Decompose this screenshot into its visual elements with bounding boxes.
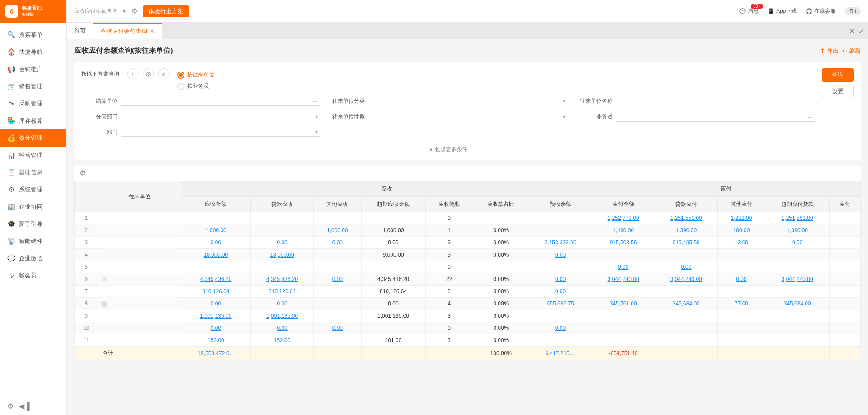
- row-ap-overdue[interactable]: 345,684.00: [765, 298, 830, 310]
- row-ar-other[interactable]: [314, 310, 361, 322]
- row-ar-loan[interactable]: [251, 224, 314, 237]
- row-ar-other[interactable]: 0.00: [314, 237, 361, 249]
- export-button[interactable]: ⬆ 导出: [820, 47, 839, 55]
- tab-arbalance[interactable]: 应收应付余额查询 ✕: [93, 23, 162, 39]
- collapse-button[interactable]: ∧ 收起更多条件: [429, 146, 467, 153]
- row-ap-other[interactable]: [717, 334, 765, 347]
- row-ar-prepay[interactable]: [529, 334, 592, 347]
- row-ar-other[interactable]: [314, 249, 361, 261]
- row-ap-amount[interactable]: 1,490.00: [592, 224, 655, 237]
- row-ap-other[interactable]: 13.00: [717, 237, 765, 249]
- filter-collapse-button[interactable]: «: [158, 68, 169, 79]
- row-ar-amount[interactable]: [181, 261, 250, 273]
- row-ap-overdue[interactable]: [765, 310, 830, 322]
- row-ap-loan[interactable]: 3,044,240.00: [655, 273, 717, 286]
- sidebar-item-inventory[interactable]: 🏪 库存核算: [0, 112, 66, 129]
- row-ar-loan[interactable]: 4,345,436.20: [251, 273, 314, 286]
- row-ap-other[interactable]: [717, 322, 765, 334]
- row-ar-amount[interactable]: [181, 212, 250, 224]
- sidebar-item-purchase[interactable]: 🛍 采购管理: [0, 95, 66, 112]
- app-download-button[interactable]: 📱 App下载: [768, 7, 797, 15]
- row-ar-prepay[interactable]: [529, 212, 592, 224]
- tab-close-icon[interactable]: ✕: [150, 28, 155, 34]
- sidebar-item-operations[interactable]: 📊 经营管理: [0, 147, 66, 164]
- table-gear-icon[interactable]: ⚙: [80, 169, 86, 177]
- row-ap-amount[interactable]: [592, 322, 655, 334]
- footer-collapse-icon[interactable]: ◀▐: [19, 402, 29, 410]
- row-ar-loan[interactable]: 152.00: [251, 334, 314, 347]
- row-ap-amount[interactable]: 345,761.00: [592, 298, 655, 310]
- row-ap-loan[interactable]: [655, 249, 717, 261]
- row-ap-amount[interactable]: [592, 249, 655, 261]
- total-ar-amount[interactable]: 19,553,472,6...: [181, 347, 250, 360]
- sidebar-item-marketing[interactable]: 📢 营销推广: [0, 61, 66, 78]
- tab-home[interactable]: 首页: [67, 23, 93, 39]
- row-ar-amount[interactable]: 0.00: [181, 298, 250, 310]
- field-fenguan-input[interactable]: ▾: [121, 113, 320, 121]
- promo-button[interactable]: 体验行业方案: [143, 5, 189, 17]
- row-ap-overdue[interactable]: [765, 322, 830, 334]
- sidebar-item-sales[interactable]: 🛒 销售管理: [0, 78, 66, 95]
- row-ar-prepay[interactable]: 2,153,333.00: [529, 237, 592, 249]
- row-ar-loan[interactable]: 810,126.64: [251, 286, 314, 298]
- row-ap-other[interactable]: [717, 310, 765, 322]
- row-ar-loan[interactable]: 18,000.00: [251, 249, 314, 261]
- row-ar-loan[interactable]: 1,001,135.00: [251, 310, 314, 322]
- row-ap-loan[interactable]: 345,684.00: [655, 298, 717, 310]
- row-ap-loan[interactable]: 1,390.00: [655, 224, 717, 237]
- row-ar-other[interactable]: [314, 298, 361, 310]
- row-ap-amount[interactable]: 3,044,240.00: [592, 273, 655, 286]
- row-ap-overdue[interactable]: 3,044,240.00: [765, 273, 830, 286]
- row-ar-prepay[interactable]: [529, 261, 592, 273]
- row-ap-amount[interactable]: [592, 310, 655, 322]
- row-ap-amount[interactable]: 1,252,773.00: [592, 212, 655, 224]
- row-ar-loan[interactable]: [251, 261, 314, 273]
- messages-button[interactable]: 💬 消息 99+: [739, 7, 759, 15]
- add-filter-button[interactable]: +: [127, 68, 138, 79]
- footer-settings-icon[interactable]: ⚙: [7, 402, 14, 410]
- row-ar-prepay[interactable]: 0.00: [529, 322, 592, 334]
- tabbar-close-button[interactable]: ✕: [849, 27, 855, 35]
- sidebar-item-quicknav[interactable]: 🏠 快捷导航: [0, 43, 66, 61]
- row-ap-overdue[interactable]: [765, 334, 830, 347]
- filter-settings-button[interactable]: ◎: [143, 68, 154, 79]
- row-ap-other[interactable]: [717, 286, 765, 298]
- setting-button[interactable]: 设置: [822, 85, 854, 98]
- row-ar-other[interactable]: 1,000.00: [314, 224, 361, 237]
- sidebar-item-guide[interactable]: 🎓 新手引导: [0, 215, 66, 233]
- row-ap-loan[interactable]: [655, 286, 717, 298]
- scheme-by-partner[interactable]: 按往来单位: [174, 70, 218, 80]
- breadcrumb-expand-icon[interactable]: ▾: [123, 8, 126, 14]
- field-wanglaifenlei-input[interactable]: ▾: [368, 97, 567, 105]
- topbar-gear-icon[interactable]: ⚙: [131, 7, 137, 15]
- row-ar-prepay[interactable]: 0.00: [529, 273, 592, 286]
- row-ap-loan[interactable]: [655, 310, 717, 322]
- row-ar-prepay[interactable]: 655,636.75: [529, 298, 592, 310]
- row-ap-overdue[interactable]: 1,251,551.00: [765, 212, 830, 224]
- row-ar-prepay[interactable]: [529, 224, 592, 237]
- sidebar-item-wechat[interactable]: 💬 企业微信: [0, 250, 66, 267]
- sidebar-item-base[interactable]: 📋 基础信息: [0, 164, 66, 181]
- user-avatar[interactable]: Rit: [845, 7, 861, 15]
- row-ap-other[interactable]: [717, 249, 765, 261]
- total-ar-prepay[interactable]: 6,417,215....: [529, 347, 592, 360]
- field-wanglaiming-input[interactable]: [616, 100, 815, 102]
- sidebar-item-search[interactable]: 🔍 搜索菜单: [0, 26, 66, 43]
- row-ap-amount[interactable]: [592, 286, 655, 298]
- online-service-button[interactable]: 🎧 在线客服: [806, 7, 836, 15]
- row-ar-amount[interactable]: 4,345,436.20: [181, 273, 250, 286]
- row-ap-loan[interactable]: [655, 334, 717, 347]
- sidebar-item-enterprise[interactable]: 🏢 企业协同: [0, 198, 66, 215]
- row-ar-amount[interactable]: 18,000.00: [181, 249, 250, 261]
- row-ar-other[interactable]: [314, 212, 361, 224]
- total-ap-amount[interactable]: -654,751.40: [592, 347, 655, 360]
- refresh-button[interactable]: ↻ 刷新: [842, 47, 861, 55]
- row-ap-overdue[interactable]: 1,390.00: [765, 224, 830, 237]
- sidebar-item-hardware[interactable]: 📡 智能硬件: [0, 233, 66, 250]
- row-ar-prepay[interactable]: 0.00: [529, 286, 592, 298]
- row-ar-other[interactable]: 0.00: [314, 273, 361, 286]
- row-ap-amount[interactable]: 915,508.56: [592, 237, 655, 249]
- row-ar-other[interactable]: 0.00: [314, 322, 361, 334]
- table-scroll[interactable]: 往来单位 应收 应付 应收金额 贷款应收 其他应收 超期应收金额 应收笔数 应收…: [74, 181, 861, 360]
- row-ap-overdue[interactable]: [765, 286, 830, 298]
